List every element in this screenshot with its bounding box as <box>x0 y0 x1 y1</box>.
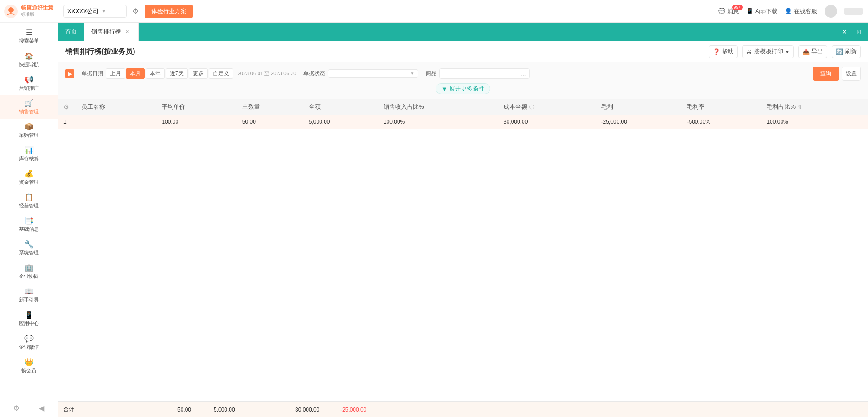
table-settings-icon[interactable]: ⚙ <box>63 103 69 110</box>
page-container: 销售排行榜(按业务员) ❓ 帮助 🖨 按模板打印 ▼ 📤 导出 <box>58 41 868 417</box>
sidebar-settings-icon[interactable]: ⚙ <box>13 404 19 412</box>
tab-close-icon[interactable]: × <box>124 28 131 35</box>
message-badge: 99+ <box>732 5 743 10</box>
inventory-icon: 📊 <box>24 146 34 154</box>
marketing-icon: 📢 <box>24 75 34 84</box>
recent7-btn[interactable]: 近7天 <box>166 68 188 79</box>
data-table: ⚙ 员工名称 平均单价 主数量 <box>58 99 868 129</box>
message-item[interactable]: 💬 消息 99+ <box>718 7 739 15</box>
query-actions: 查询 设置 <box>813 67 861 81</box>
tab-label-sales-ranking: 销售排行榜 <box>91 28 121 36</box>
online-service-item[interactable]: 👤 在线客服 <box>785 7 817 15</box>
sidebar-item-label-purchase: 采购管理 <box>19 132 39 139</box>
finance-icon: 💰 <box>24 169 34 178</box>
app-download-item[interactable]: 📱 App下载 <box>746 7 777 15</box>
chevron-down-icon: ▼ <box>441 86 447 92</box>
tab-home[interactable]: 首页 <box>58 23 84 41</box>
goods-input[interactable]: ... <box>439 68 530 79</box>
cell-gross-ratio: 100.00% <box>761 115 868 129</box>
chevron-down-icon: ▼ <box>785 49 790 54</box>
col-avg-price: 平均单价 <box>156 99 236 115</box>
custom-date-btn[interactable]: 自定义 <box>209 68 233 79</box>
window-close-icon[interactable]: ✕ <box>839 26 850 37</box>
date-range-display: 2023-06-01 至 2023-06-30 <box>238 70 297 77</box>
col-settings[interactable]: ⚙ <box>58 99 76 115</box>
guide-icon: 📖 <box>24 287 34 296</box>
col-gross-ratio: 毛利占比% ⇅ <box>761 99 868 115</box>
cost-info-icon[interactable]: ⓘ <box>529 104 534 110</box>
refresh-button[interactable]: 🔄 刷新 <box>832 45 861 58</box>
sidebar-item-basic-info[interactable]: 📑 基础信息 <box>0 213 58 236</box>
basic-info-icon: 📑 <box>24 216 34 225</box>
sidebar-item-label-inventory: 库存核算 <box>19 155 39 162</box>
sidebar-item-sales[interactable]: 🛒 销售管理 <box>0 95 58 119</box>
company-name: XXXXX公司 <box>67 7 99 15</box>
tab-sales-ranking[interactable]: 销售排行榜 × <box>84 23 139 41</box>
sidebar-item-system[interactable]: 🔧 系统管理 <box>0 236 58 260</box>
this-year-btn[interactable]: 本年 <box>146 68 165 79</box>
trial-button[interactable]: 体验行业方案 <box>145 5 193 18</box>
sidebar-item-label-member: 畅会员 <box>21 367 36 374</box>
col-sales-ratio: 销售收入占比% <box>378 99 498 115</box>
query-button[interactable]: 查询 <box>813 67 839 81</box>
sidebar-nav: ☰ 搜索菜单 🏠 快捷导航 📢 营销推广 🛒 销售管理 📦 采购管理 📊 库存核… <box>0 23 58 399</box>
sort-icon[interactable]: ⇅ <box>798 105 801 110</box>
header-right: 💬 消息 99+ 📱 App下载 👤 在线客服 <box>718 5 863 18</box>
status-filter-group: 单据状态 ▼ <box>303 69 418 78</box>
app-name: 畅康通好生意 <box>21 5 53 12</box>
filter-row: ▶ 单据日期 上月 本月 本年 近7天 更多 自定义 2023-06-01 至 … <box>65 67 861 81</box>
sidebar-item-operation[interactable]: 📋 经营管理 <box>0 189 58 213</box>
export-button[interactable]: 📤 导出 <box>798 45 827 58</box>
sidebar-item-marketing[interactable]: 📢 营销推广 <box>0 72 58 95</box>
page-title: 销售排行榜(按业务员) <box>65 47 135 57</box>
sidebar-item-label-marketing: 营销推广 <box>19 85 39 91</box>
cell-rank: 1 <box>58 115 76 129</box>
cell-cost: 30,000.00 <box>498 115 596 129</box>
sidebar-item-app-center[interactable]: 📱 应用中心 <box>0 307 58 331</box>
wechat-icon: 💬 <box>24 334 34 343</box>
goods-filter-label: 商品 <box>426 70 436 77</box>
table-area: ⚙ 员工名称 平均单价 主数量 <box>58 99 868 401</box>
sidebar-item-member[interactable]: 👑 畅会员 <box>0 354 58 378</box>
summary-spacer1 <box>100 407 136 413</box>
sidebar-item-purchase[interactable]: 📦 采购管理 <box>0 119 58 142</box>
settings-icon[interactable]: ⚙ <box>130 5 140 17</box>
sidebar-collapse-icon[interactable]: ◀ <box>39 404 44 412</box>
expand-label: 展开更多条件 <box>449 85 484 93</box>
sidebar-item-label-basic-info: 基础信息 <box>19 226 39 233</box>
sidebar-item-inventory[interactable]: 📊 库存核算 <box>0 142 58 166</box>
company-selector[interactable]: XXXXX公司 ▼ <box>63 5 127 18</box>
settings-button[interactable]: 设置 <box>842 67 861 81</box>
col-cost: 成本全额 ⓘ <box>498 99 596 115</box>
logo-text-block: 畅康通好生意 标准版 <box>21 5 53 18</box>
cell-sales-ratio: 100.00% <box>378 115 498 129</box>
sidebar-item-label-wechat: 企业微信 <box>19 344 39 350</box>
sidebar-item-label-search: 搜索菜单 <box>19 38 39 44</box>
sidebar-item-quick-nav[interactable]: 🏠 快捷导航 <box>0 48 58 72</box>
cell-name <box>76 115 156 129</box>
sidebar-item-wechat[interactable]: 💬 企业微信 <box>0 331 58 354</box>
col-gross: 毛利 <box>596 99 682 115</box>
summary-spacer2 <box>136 407 172 413</box>
sidebar-item-label-sales: 销售管理 <box>19 108 39 115</box>
filter-area: ▶ 单据日期 上月 本月 本年 近7天 更多 自定义 2023-06-01 至 … <box>58 62 868 99</box>
expand-conditions-btn[interactable]: ▼ 展开更多条件 <box>436 83 490 94</box>
filter-expand-arrow[interactable]: ▶ <box>65 69 74 78</box>
sidebar-item-label-enterprise: 企业协同 <box>19 273 39 280</box>
online-service-label: 在线客服 <box>794 7 817 15</box>
home-icon: 🏠 <box>24 52 34 60</box>
status-select[interactable]: ▼ <box>328 69 418 78</box>
last-month-btn[interactable]: 上月 <box>106 68 125 79</box>
window-maximize-icon[interactable]: ⊡ <box>854 26 864 37</box>
sidebar-item-enterprise[interactable]: 🏢 企业协同 <box>0 260 58 283</box>
svg-point-1 <box>8 7 14 13</box>
sidebar-item-guide[interactable]: 📖 新手引导 <box>0 283 58 307</box>
avatar[interactable] <box>825 5 837 18</box>
print-button[interactable]: 🖨 按模板打印 ▼ <box>742 45 794 58</box>
more-date-btn[interactable]: 更多 <box>189 68 208 79</box>
sidebar-item-finance[interactable]: 💰 资金管理 <box>0 166 58 189</box>
sidebar-item-label-system: 系统管理 <box>19 249 39 256</box>
help-button[interactable]: ❓ 帮助 <box>709 45 738 58</box>
sidebar-item-search[interactable]: ☰ 搜索菜单 <box>0 24 58 48</box>
this-month-btn[interactable]: 本月 <box>126 68 145 79</box>
